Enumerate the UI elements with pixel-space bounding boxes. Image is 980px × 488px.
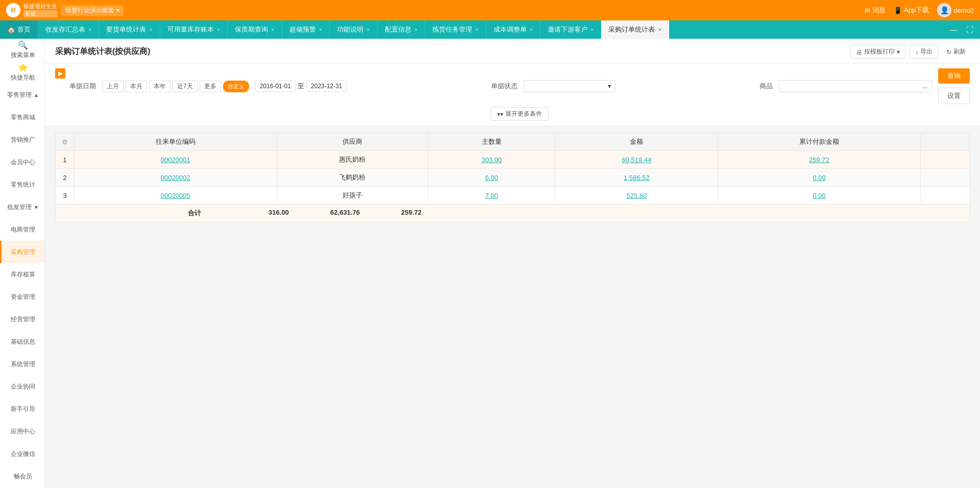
chevron-down-icon: ▾▾ (497, 111, 503, 118)
chevron-down-icon: ▾ (116, 7, 119, 14)
sidebar-item-new-guide[interactable]: 新手引导 (0, 398, 44, 421)
avatar: 👤 (937, 3, 951, 17)
tab-1[interactable]: 收发存汇总表 × (38, 20, 99, 39)
close-icon[interactable]: × (658, 27, 661, 33)
logo-icon: 好 (6, 3, 20, 17)
btn-custom[interactable]: 自定义 (223, 81, 249, 92)
sidebar-item-purchase[interactable]: 采购管理 (0, 241, 44, 263)
tab-8[interactable]: 拣货任务管理 × (425, 20, 486, 39)
search-icon: 🔍 (18, 40, 28, 50)
date-to-input[interactable]: 2023-12-31 (306, 81, 347, 92)
app-download-btn[interactable]: 📱 App下载 (894, 6, 929, 15)
settings-btn[interactable]: 设置 (938, 88, 970, 104)
cell-paid[interactable]: 0.00 (718, 187, 921, 204)
sidebar-item-inventory[interactable]: 库存核算 (0, 263, 44, 286)
tab-7[interactable]: 配置信息 × (378, 20, 425, 39)
tab-6[interactable]: 功能说明 × (330, 20, 377, 39)
cell-quantity[interactable]: 303.00 (428, 151, 555, 169)
label-tag: 标版 (23, 10, 57, 17)
query-btn-area: 查询 设置 (938, 68, 970, 104)
export-btn[interactable]: ↓ 导出 (910, 45, 938, 59)
cell-supplier: 好孩子 (277, 187, 428, 204)
sidebar-item-enterprise[interactable]: 企业协同 (0, 376, 44, 398)
cell-code[interactable]: 00020001 (75, 151, 277, 169)
print-btn[interactable]: 🖨 按模板打印 ▾ (850, 45, 905, 59)
filter-toggle-btn[interactable]: ▶ (55, 68, 65, 79)
expand-conditions-btn[interactable]: ▾▾ 展开更多条件 (491, 107, 549, 121)
th-check: ⚙ (56, 133, 75, 151)
close-icon[interactable]: × (414, 27, 418, 33)
sidebar-item-quick-nav[interactable]: ⭐ 快捷导航 (0, 61, 44, 84)
sidebar-item-vip[interactable]: 畅会员 (0, 466, 44, 488)
tab-home[interactable]: 🏠 首页 (0, 20, 38, 39)
sidebar-item-ecommerce[interactable]: 电商管理 (0, 218, 44, 241)
maximize-btn[interactable]: ⛶ (964, 23, 976, 36)
message-btn[interactable]: ✉ 消息 (865, 6, 886, 15)
tab-11-active[interactable]: 采购订单统计表 × (601, 20, 669, 39)
close-icon[interactable]: × (149, 27, 152, 33)
sidebar-item-finance[interactable]: 资金管理 (0, 286, 44, 309)
tab-9[interactable]: 成本调整单 × (486, 20, 541, 39)
close-icon[interactable]: × (591, 27, 594, 33)
sidebar-item-operations[interactable]: 经营管理 (0, 309, 44, 331)
cell-code[interactable]: 00020002 (75, 169, 277, 187)
th-amount: 金额 (555, 133, 718, 151)
cell-quantity[interactable]: 6.00 (428, 169, 555, 187)
cell-extra (920, 187, 969, 204)
query-btn[interactable]: 查询 (938, 68, 970, 84)
cell-paid[interactable]: 0.00 (718, 169, 921, 187)
top-bar: 好 畅捷通好生意 标版 母婴行业演示账套 ▾ ✉ 消息 📱 App下载 👤 de… (0, 0, 980, 20)
date-from-input[interactable]: 2016-01-01 (255, 81, 296, 92)
tab-2[interactable]: 要货单统计表 × (99, 20, 160, 39)
th-paid: 累计付款金额 (718, 133, 921, 151)
close-icon[interactable]: × (217, 27, 220, 33)
sidebar-item-member[interactable]: 会员中心 (0, 151, 44, 173)
status-select[interactable]: ▾ (524, 80, 616, 92)
close-icon[interactable]: × (366, 27, 370, 33)
sidebar-item-wholesale[interactable]: 批发管理 ▼ (0, 196, 44, 218)
goods-input[interactable]: ... (779, 80, 932, 92)
refresh-btn[interactable]: ↻ 刷新 (942, 45, 970, 58)
tab-5[interactable]: 超储预警 × (282, 20, 330, 39)
sidebar-item-retail-stat[interactable]: 零售统计 (0, 173, 44, 196)
btn-this-month[interactable]: 本月 (126, 81, 147, 92)
close-icon[interactable]: × (271, 27, 274, 33)
column-settings-icon[interactable]: ⚙ (62, 138, 68, 146)
tab-4[interactable]: 保质期查询 × (228, 20, 282, 39)
close-icon[interactable]: × (530, 27, 533, 33)
status-filter-label: 单据状态 (491, 82, 518, 91)
user-avatar[interactable]: 👤 demo2 (937, 3, 974, 17)
cell-amount[interactable]: 1,586.52 (555, 169, 718, 187)
cell-amount[interactable]: 60,519.44 (555, 151, 718, 169)
tab-10[interactable]: 邀请下游客户 × (541, 20, 601, 39)
minimize-btn[interactable]: — (947, 23, 960, 36)
sidebar-item-wechat[interactable]: 企业微信 (0, 443, 44, 466)
cell-quantity[interactable]: 7.00 (428, 187, 555, 204)
sidebar-item-search[interactable]: 🔍 搜索菜单 (0, 39, 44, 61)
ellipsis-icon: ... (922, 83, 927, 90)
filter-row-1: 单据日期 上月 本月 本年 近7天 更多 自定义 2016-01-01 (69, 68, 970, 104)
sidebar-item-retail-mall[interactable]: 零售商城 (0, 106, 44, 129)
date-filter-label: 单据日期 (69, 82, 96, 91)
btn-last-month[interactable]: 上月 (102, 81, 124, 92)
sidebar-item-basic[interactable]: 基础信息 (0, 331, 44, 353)
logo-text: 畅捷通好生意 标版 (23, 3, 57, 17)
cell-code[interactable]: 00020005 (75, 187, 277, 204)
close-icon[interactable]: × (319, 27, 322, 33)
btn-7days[interactable]: 近7天 (173, 81, 198, 92)
close-icon[interactable]: × (88, 27, 91, 33)
btn-more[interactable]: 更多 (200, 81, 221, 92)
account-selector[interactable]: 母婴行业演示账套 ▾ (61, 5, 124, 16)
sidebar-item-app-center[interactable]: 应用中心 (0, 421, 44, 443)
btn-this-year[interactable]: 本年 (149, 81, 170, 92)
cell-paid[interactable]: 259.72 (718, 151, 921, 169)
close-icon[interactable]: × (475, 27, 478, 33)
tab-3[interactable]: 可用量库存账本 × (160, 20, 228, 39)
sidebar-item-system[interactable]: 系统管理 (0, 353, 44, 376)
sidebar-item-retail[interactable]: 零售管理 ▲ (0, 84, 44, 106)
th-quantity: 主数量 (428, 133, 555, 151)
sidebar-item-marketing[interactable]: 营销推广 (0, 129, 44, 151)
page-title: 采购订单统计表(按供应商) (55, 46, 151, 57)
cell-amount[interactable]: 525.80 (555, 187, 718, 204)
table-area: ⚙ 往来单位编码 供应商 主数量 金额 (45, 126, 980, 488)
